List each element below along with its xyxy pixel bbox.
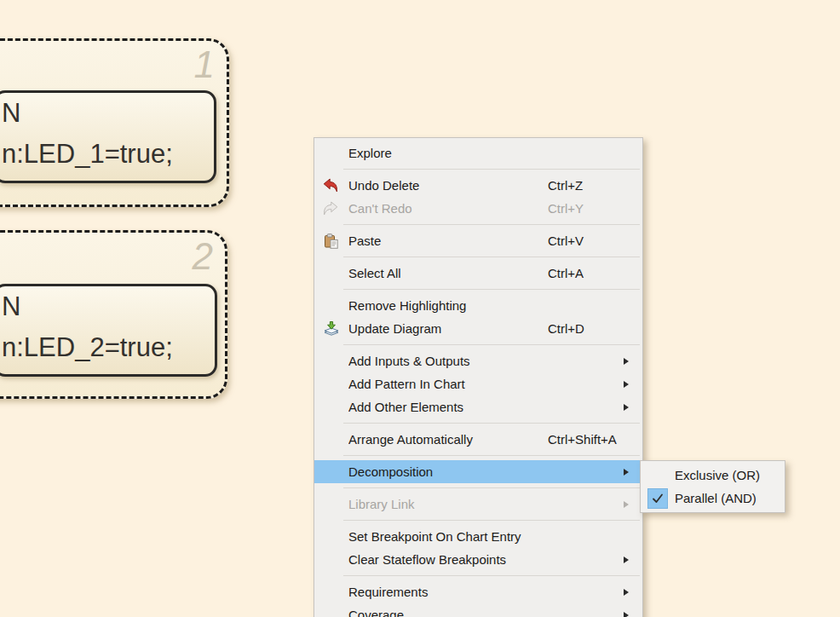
- submenu-arrow-icon: [624, 404, 642, 411]
- menu-separator: [343, 344, 640, 345]
- substate-led2[interactable]: N n:LED_2=true;: [0, 284, 217, 377]
- context-menu: Explore Undo Delete Ctrl+Z Can't Redo Ct…: [314, 137, 643, 617]
- menu-item-shortcut: Ctrl+A: [548, 266, 624, 280]
- submenu-arrow-icon: [624, 358, 642, 365]
- menu-item-add-other-elements[interactable]: Add Other Elements: [314, 395, 642, 418]
- menu-item-label: Update Diagram: [348, 321, 548, 336]
- checkmark-icon: [647, 488, 668, 509]
- menu-item-label: Select All: [348, 266, 548, 280]
- substate-led1[interactable]: N n:LED_1=true;: [0, 90, 216, 183]
- menu-item-arrange-automatically[interactable]: Arrange Automatically Ctrl+Shift+A: [314, 428, 642, 451]
- submenu-item-label: Parallel (AND): [675, 491, 785, 505]
- menu-item-label: Clear Stateflow Breakpoints: [348, 552, 548, 567]
- menu-separator: [343, 289, 640, 290]
- substate-entry-action: n:LED_1=true;: [2, 134, 214, 175]
- paste-icon: [314, 234, 348, 249]
- submenu-arrow-icon: [624, 556, 642, 563]
- check-container: [641, 488, 675, 509]
- menu-item-set-breakpoint-on-chart-entry[interactable]: Set Breakpoint On Chart Entry: [314, 525, 642, 548]
- undo-icon: [314, 178, 348, 193]
- menu-item-label: Requirements: [348, 585, 548, 599]
- redo-icon: [314, 201, 348, 216]
- menu-item-library-link: Library Link: [314, 493, 642, 516]
- menu-item-label: Decomposition: [348, 464, 548, 479]
- menu-item-add-pattern-in-chart[interactable]: Add Pattern In Chart: [314, 372, 642, 395]
- menu-item-label: Arrange Automatically: [348, 432, 548, 447]
- menu-item-label: Undo Delete: [348, 178, 548, 193]
- menu-item-label: Add Inputs & Outputs: [348, 354, 548, 368]
- substate-entry-action: n:LED_2=true;: [2, 327, 215, 368]
- menu-separator: [343, 257, 640, 257]
- substate-label-line: N: [2, 286, 215, 327]
- menu-item-decomposition[interactable]: Decomposition: [314, 460, 642, 483]
- state-execution-order-badge: 1: [194, 46, 215, 84]
- submenu-item-label: Exclusive (OR): [675, 468, 785, 482]
- menu-separator: [343, 455, 640, 456]
- menu-item-label: Coverage: [348, 608, 548, 617]
- menu-item-label: Can't Redo: [348, 201, 548, 216]
- menu-item-label: Add Pattern In Chart: [348, 377, 548, 391]
- menu-item-cant-redo: Can't Redo Ctrl+Y: [314, 197, 642, 220]
- submenu-arrow-icon: [624, 381, 642, 388]
- submenu-arrow-icon: [624, 612, 642, 617]
- stateflow-editor: { "canvas": { "background_color": "#FDF2…: [0, 0, 840, 617]
- menu-separator: [343, 423, 640, 424]
- menu-item-label: Set Breakpoint On Chart Entry: [348, 529, 548, 544]
- parallel-state-2[interactable]: 2 N n:LED_2=true;: [0, 230, 227, 399]
- submenu-arrow-icon: [624, 589, 642, 596]
- menu-item-update-diagram[interactable]: Update Diagram Ctrl+D: [314, 317, 642, 340]
- menu-separator: [343, 520, 640, 521]
- menu-item-select-all[interactable]: Select All Ctrl+A: [314, 262, 642, 285]
- menu-item-label: Add Other Elements: [348, 400, 548, 414]
- submenu-item-exclusive-or[interactable]: Exclusive (OR): [641, 464, 785, 487]
- menu-item-shortcut: Ctrl+Z: [548, 178, 624, 193]
- menu-separator: [343, 224, 640, 225]
- menu-item-undo-delete[interactable]: Undo Delete Ctrl+Z: [314, 174, 642, 197]
- parallel-state-1[interactable]: 1 N n:LED_1=true;: [0, 38, 229, 207]
- menu-item-remove-highlighting[interactable]: Remove Highlighting: [314, 294, 642, 317]
- substate-label-line: N: [2, 93, 214, 134]
- menu-separator: [343, 575, 640, 576]
- menu-item-shortcut: Ctrl+D: [548, 321, 624, 336]
- menu-item-coverage[interactable]: Coverage: [314, 603, 642, 617]
- menu-item-label: Explore: [348, 146, 548, 160]
- submenu-item-parallel-and[interactable]: Parallel (AND): [641, 487, 785, 510]
- menu-item-shortcut: Ctrl+Shift+A: [548, 432, 624, 447]
- decomposition-submenu: Exclusive (OR) Parallel (AND): [640, 460, 785, 513]
- menu-separator: [343, 169, 640, 170]
- menu-item-explore[interactable]: Explore: [314, 141, 642, 164]
- menu-item-shortcut: Ctrl+V: [548, 234, 624, 248]
- menu-item-label: Paste: [348, 234, 548, 248]
- update-diagram-icon: [314, 321, 348, 336]
- menu-item-clear-stateflow-breakpoints[interactable]: Clear Stateflow Breakpoints: [314, 548, 642, 571]
- menu-separator: [343, 487, 640, 488]
- menu-item-paste[interactable]: Paste Ctrl+V: [314, 229, 642, 252]
- menu-item-add-inputs-outputs[interactable]: Add Inputs & Outputs: [314, 349, 642, 372]
- menu-item-shortcut: Ctrl+Y: [548, 201, 624, 216]
- menu-item-label: Library Link: [348, 497, 548, 511]
- menu-item-requirements[interactable]: Requirements: [314, 580, 642, 603]
- state-execution-order-badge: 2: [193, 238, 213, 275]
- menu-item-label: Remove Highlighting: [348, 298, 548, 313]
